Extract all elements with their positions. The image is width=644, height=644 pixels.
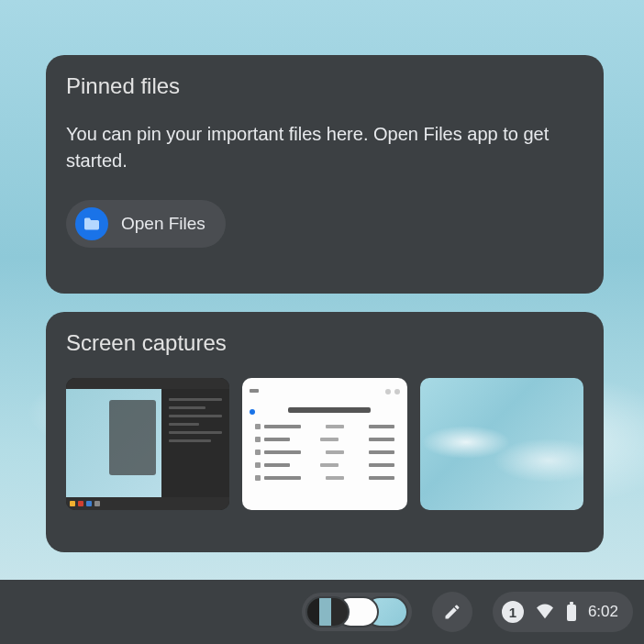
screen-captures-panel: Screen captures <box>46 312 604 552</box>
shelf: 1 6:02 <box>0 580 644 644</box>
holding-space-tray[interactable] <box>302 593 412 631</box>
captures-row <box>66 378 583 510</box>
svg-rect-1 <box>570 602 573 605</box>
tote-thumbnail <box>305 596 350 627</box>
screenshot-thumbnail[interactable] <box>420 378 583 510</box>
clock: 6:02 <box>588 603 618 621</box>
pinned-files-title: Pinned files <box>66 73 583 99</box>
notification-count-badge: 1 <box>502 601 524 623</box>
wifi-icon <box>535 604 555 620</box>
folder-icon <box>75 207 108 240</box>
screenshot-thumbnail[interactable] <box>66 378 229 510</box>
pen-icon <box>443 603 461 621</box>
screenshot-thumbnail[interactable] <box>242 378 406 510</box>
status-tray[interactable]: 1 6:02 <box>493 592 633 632</box>
svg-rect-0 <box>567 605 576 621</box>
battery-icon <box>566 602 577 622</box>
open-files-label: Open Files <box>121 214 205 234</box>
screen-captures-title: Screen captures <box>66 330 583 356</box>
stylus-tools-button[interactable] <box>432 592 472 632</box>
pinned-files-panel: Pinned files You can pin your important … <box>46 55 604 294</box>
pinned-files-description: You can pin your important files here. O… <box>66 121 583 174</box>
open-files-button[interactable]: Open Files <box>66 200 226 248</box>
